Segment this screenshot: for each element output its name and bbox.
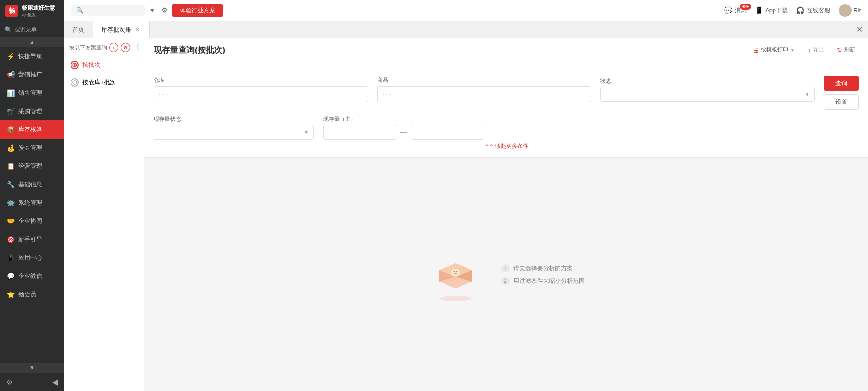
add-icon: + bbox=[112, 44, 115, 51]
user-profile-btn[interactable]: Rit bbox=[839, 4, 861, 17]
filter-stock-qty: 现存量（主） — bbox=[323, 115, 483, 140]
business-icon: 📋 bbox=[6, 162, 15, 170]
tab-close-icon[interactable]: ✕ bbox=[134, 26, 141, 33]
warehouse-input[interactable]: ··· bbox=[154, 86, 368, 102]
query-btn[interactable]: 查询 bbox=[824, 76, 859, 91]
sidebar-item-inventory[interactable]: 📦 库存核算 bbox=[0, 120, 64, 139]
filter-product: 商品 ··· bbox=[377, 76, 592, 102]
tip-num-2: 2 bbox=[501, 277, 510, 285]
svg-point-8 bbox=[451, 269, 460, 276]
sidebar-item-finance[interactable]: 💰 资金管理 bbox=[0, 139, 64, 157]
action-buttons: 查询 设置 bbox=[824, 69, 859, 110]
empty-content: 1 请先选择要分析的方案 2 用过滤条件来缩小分析范围 bbox=[428, 247, 585, 302]
status-label: 状态 bbox=[600, 77, 815, 85]
empty-illustration bbox=[428, 247, 483, 302]
print-dropdown-icon: ▼ bbox=[790, 47, 795, 53]
nav-label-marketing: 营销推广 bbox=[18, 71, 42, 79]
wechat-icon: 💬 bbox=[6, 272, 15, 280]
refresh-btn[interactable]: ↻ 刷新 bbox=[833, 44, 859, 55]
stock-qty-max[interactable] bbox=[411, 125, 483, 140]
page-title: 现存量查询(按批次) bbox=[154, 44, 225, 55]
topbar-search[interactable]: 🔍 bbox=[71, 5, 145, 16]
product-placeholder: ··· bbox=[382, 89, 393, 99]
refresh-icon: ↻ bbox=[837, 46, 842, 54]
nav-label-basic: 基础信息 bbox=[18, 180, 42, 189]
sidebar-scroll-up[interactable]: ▲ bbox=[0, 37, 64, 47]
status-input[interactable]: ▼ bbox=[600, 87, 815, 102]
scheme-item-by-warehouse-batch[interactable]: 按仓库+批次 bbox=[64, 74, 144, 91]
app-download-label: App下载 bbox=[765, 6, 788, 15]
collapse-more-btn[interactable]: ⌃⌃ 收起更多条件 bbox=[154, 140, 859, 153]
empty-tip-1: 1 请先选择要分析的方案 bbox=[501, 264, 585, 272]
sidebar-item-business[interactable]: 📋 经营管理 bbox=[0, 157, 64, 175]
scheme-inactive-icon bbox=[71, 78, 79, 87]
sidebar-item-enterprise[interactable]: 🤝 企业协同 bbox=[0, 212, 64, 230]
sidebar-item-sales[interactable]: 📊 销售管理 bbox=[0, 84, 64, 102]
topbar-gear-icon[interactable]: ⚙ bbox=[161, 6, 168, 15]
finance-icon: 💰 bbox=[6, 144, 15, 152]
warehouse-label: 仓库 bbox=[154, 76, 368, 84]
sidebar-item-basic[interactable]: 🔧 基础信息 bbox=[0, 175, 64, 194]
tab-home[interactable]: 首页 bbox=[64, 21, 93, 38]
tab-inventory-batch[interactable]: 库存批次账 ✕ bbox=[93, 21, 150, 38]
right-panel: 现存量查询(按批次) 🖨 按模板打印 ▼ ↑ 导出 ↻ 刷新 bbox=[144, 38, 868, 391]
scheme-active-icon bbox=[71, 61, 79, 69]
range-dash: — bbox=[400, 128, 407, 136]
app-logo: 畅 bbox=[5, 5, 18, 17]
scheme-settings-btn[interactable]: ⚙ bbox=[121, 43, 130, 52]
svg-point-1 bbox=[74, 64, 76, 66]
sidebar-item-marketing[interactable]: 📢 营销推广 bbox=[0, 65, 64, 84]
stock-status-input[interactable]: ▼ bbox=[154, 125, 314, 140]
sidebar-scroll-down[interactable]: ▼ bbox=[0, 363, 64, 373]
sidebar-item-system[interactable]: ⚙️ 系统管理 bbox=[0, 194, 64, 212]
left-panel: 按以下方案查询 + ⚙ 《 按批次 bbox=[64, 38, 144, 391]
sidebar-collapse-icon[interactable]: ◀ bbox=[52, 378, 58, 386]
tab-inventory-batch-label: 库存批次账 bbox=[101, 26, 131, 34]
svg-point-2 bbox=[73, 81, 77, 84]
title-toolbar: 🖨 按模板打印 ▼ ↑ 导出 ↻ 刷新 bbox=[749, 44, 859, 55]
message-btn[interactable]: 💬 消息 99+ bbox=[724, 6, 747, 15]
sidebar: 畅 畅康通好生意 标准版 🔍 搜索菜单 ▲ ⚡ 快捷导航 📢 营销推广 📊 销售… bbox=[0, 0, 64, 391]
sidebar-search[interactable]: 🔍 搜索菜单 bbox=[0, 22, 64, 37]
print-btn[interactable]: 🖨 按模板打印 ▼ bbox=[749, 44, 799, 55]
search-icon: 🔍 bbox=[5, 26, 12, 33]
panel-collapse-btn[interactable]: 《 bbox=[133, 43, 139, 52]
chevron-up-icon: ⌃⌃ bbox=[484, 143, 494, 150]
nav-label-system: 系统管理 bbox=[18, 199, 42, 207]
trial-btn[interactable]: 体验行业方案 bbox=[172, 4, 223, 17]
nav-label-enterprise: 企业协同 bbox=[18, 217, 42, 225]
stock-qty-range: — bbox=[323, 125, 483, 140]
scheme-label-by-warehouse-batch: 按仓库+批次 bbox=[82, 78, 116, 87]
stock-qty-label: 现存量（主） bbox=[323, 115, 483, 123]
brand-sub: 标准版 bbox=[22, 12, 55, 18]
sidebar-item-appcenter[interactable]: 📱 应用中心 bbox=[0, 249, 64, 267]
shortcut-icon: ⚡ bbox=[6, 52, 15, 60]
stock-qty-min[interactable] bbox=[323, 125, 396, 140]
topbar-dropdown-icon[interactable]: ▼ bbox=[149, 7, 155, 14]
product-input[interactable]: ··· bbox=[377, 86, 592, 102]
filter-settings-btn[interactable]: 设置 bbox=[824, 94, 859, 110]
username-label: Rit bbox=[853, 7, 861, 14]
svg-point-9 bbox=[453, 271, 455, 272]
app-download-btn[interactable]: 📱 App下载 bbox=[755, 6, 788, 15]
sidebar-settings-icon[interactable]: ⚙ bbox=[6, 378, 13, 386]
enterprise-icon: 🤝 bbox=[6, 217, 15, 225]
online-service-label: 在线客服 bbox=[807, 6, 830, 15]
sidebar-item-member[interactable]: ⭐ 畅会员 bbox=[0, 285, 64, 304]
add-scheme-btn[interactable]: + bbox=[109, 43, 118, 52]
settings-icon: ⚙ bbox=[123, 45, 128, 51]
basic-icon: 🔧 bbox=[6, 180, 15, 189]
tabbar-close-btn[interactable]: ✕ bbox=[851, 21, 868, 38]
online-service-btn[interactable]: 🎧 在线客服 bbox=[796, 6, 830, 15]
svg-point-3 bbox=[439, 296, 472, 301]
nav-label-sales: 销售管理 bbox=[18, 89, 42, 97]
export-btn[interactable]: ↑ 导出 bbox=[804, 44, 828, 55]
topbar-search-input[interactable] bbox=[86, 7, 132, 14]
left-panel-title: 按以下方案查询 bbox=[69, 44, 107, 52]
sidebar-item-purchase[interactable]: 🛒 采购管理 bbox=[0, 102, 64, 120]
sidebar-item-wechat[interactable]: 💬 企业微信 bbox=[0, 267, 64, 285]
sidebar-item-newguide[interactable]: 🎯 新手引导 bbox=[0, 230, 64, 249]
scheme-item-by-batch[interactable]: 按批次 bbox=[64, 56, 144, 74]
sidebar-item-shortcut[interactable]: ⚡ 快捷导航 bbox=[0, 47, 64, 65]
collapse-label: 收起更多条件 bbox=[495, 142, 528, 150]
